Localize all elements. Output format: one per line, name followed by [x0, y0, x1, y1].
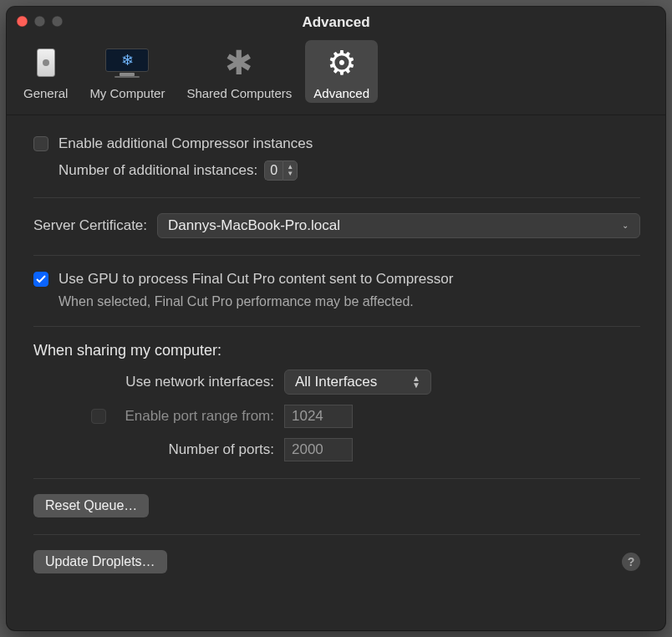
divider: [33, 255, 640, 256]
gpu-row: Use GPU to process Final Cut Pro content…: [33, 271, 640, 288]
sharing-heading: When sharing my computer:: [33, 342, 640, 359]
instance-count-stepper[interactable]: 0 ▲▼: [264, 161, 298, 181]
divider: [33, 197, 640, 198]
port-from-field[interactable]: 1024: [284, 405, 353, 428]
port-from-value: 1024: [292, 408, 323, 425]
content: Enable additional Compressor instances N…: [7, 115, 665, 590]
enable-port-range-row: Enable port range from: 1024: [33, 405, 640, 428]
gpu-checkbox[interactable]: [33, 272, 48, 287]
network-icon: ✱: [221, 44, 257, 81]
number-of-ports-label: Number of ports:: [33, 441, 284, 458]
divider: [33, 326, 640, 327]
enable-instances-label: Enable additional Compressor instances: [59, 135, 313, 152]
enable-instances-row: Enable additional Compressor instances: [33, 135, 640, 152]
update-row: Update Droplets… ?: [33, 550, 640, 573]
network-interfaces-row: Use network interfaces: All Interfaces ▲…: [33, 369, 640, 395]
stepper-arrows-icon: ▲▼: [283, 161, 298, 181]
server-certificate-row: Server Certificate: Dannys-MacBook-Pro.l…: [33, 213, 640, 238]
titlebar: Advanced: [7, 7, 665, 35]
general-icon: [28, 44, 64, 81]
reset-row: Reset Queue…: [33, 494, 640, 517]
toolbar: General ❄ My Computer ✱ Shared Computers…: [7, 35, 665, 115]
divider: [33, 478, 640, 479]
chevron-updown-icon: ▲▼: [409, 375, 424, 389]
enable-port-range-label: Enable port range from:: [125, 408, 274, 425]
enable-port-range-checkbox[interactable]: [91, 409, 106, 424]
zoom-window-button[interactable]: [52, 16, 63, 27]
number-of-ports-row: Number of ports: 2000: [33, 438, 640, 461]
window-title: Advanced: [7, 11, 665, 31]
monitor-icon: ❄: [109, 44, 145, 81]
server-certificate-label: Server Certificate:: [33, 217, 147, 234]
tab-general[interactable]: General: [15, 40, 76, 103]
preferences-window: Advanced General ❄ My Computer ✱ Shared …: [7, 7, 665, 630]
tab-shared-computers[interactable]: ✱ Shared Computers: [178, 40, 300, 103]
tab-advanced[interactable]: ⚙ Advanced: [305, 40, 378, 103]
help-button[interactable]: ?: [622, 553, 640, 571]
server-certificate-value: Dannys-MacBook-Pro.local: [168, 217, 340, 234]
enable-instances-checkbox[interactable]: [33, 136, 48, 151]
tab-my-computer-label: My Computer: [89, 86, 165, 100]
reset-queue-button[interactable]: Reset Queue…: [33, 494, 149, 517]
minimize-window-button[interactable]: [34, 16, 45, 27]
tab-advanced-label: Advanced: [313, 86, 369, 100]
number-of-ports-field[interactable]: 2000: [284, 438, 353, 461]
instance-count-label: Number of additional instances:: [59, 162, 257, 179]
tab-my-computer[interactable]: ❄ My Computer: [81, 40, 173, 103]
chevron-updown-icon: ⌄: [618, 222, 633, 229]
close-window-button[interactable]: [17, 16, 28, 27]
gpu-hint: When selected, Final Cut Pro performance…: [59, 294, 640, 309]
network-interfaces-label: Use network interfaces:: [33, 374, 284, 390]
network-interfaces-select[interactable]: All Interfaces ▲▼: [284, 369, 431, 395]
divider: [33, 534, 640, 535]
update-droplets-button[interactable]: Update Droplets…: [33, 550, 167, 573]
tab-shared-computers-label: Shared Computers: [186, 86, 292, 100]
gear-icon: ⚙: [323, 44, 360, 81]
server-certificate-select[interactable]: Dannys-MacBook-Pro.local ⌄: [157, 213, 640, 238]
number-of-ports-value: 2000: [292, 441, 323, 458]
window-controls: [17, 16, 63, 27]
gpu-label: Use GPU to process Final Cut Pro content…: [59, 271, 453, 288]
network-interfaces-value: All Interfaces: [295, 374, 377, 390]
instance-count-row: Number of additional instances: 0 ▲▼: [59, 161, 640, 181]
instance-count-value: 0: [264, 161, 283, 181]
tab-general-label: General: [23, 86, 68, 100]
